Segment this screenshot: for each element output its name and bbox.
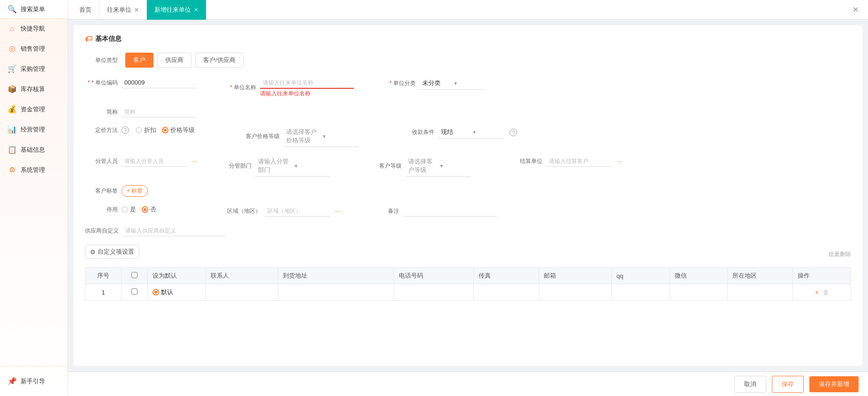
dept-label: 分管部门: [226, 162, 251, 170]
category-select[interactable]: 未分类 ▼: [419, 77, 485, 90]
save-new-button[interactable]: 保存并新增: [809, 376, 859, 392]
radio-yes-label: 是: [130, 205, 136, 214]
supplier-custom-label: 供应商自定义: [85, 227, 119, 235]
th-seq: 序号: [85, 268, 122, 284]
short-name-field: 简称: [85, 106, 216, 117]
tags-label: 客户标签: [85, 187, 118, 195]
radio-price-level-label: 价格等级: [170, 126, 195, 134]
sidebar-item-quick-nav[interactable]: ⌂ 快捷导航: [0, 19, 68, 39]
payment-help-icon[interactable]: ?: [510, 129, 517, 136]
remark-input[interactable]: [403, 205, 497, 217]
radio-yes[interactable]: 是: [122, 205, 136, 214]
tab-bar-close[interactable]: ✕: [847, 5, 864, 14]
name-input[interactable]: [260, 77, 354, 89]
pricing-help-icon[interactable]: ?: [122, 126, 129, 134]
default-label: 默认: [161, 288, 173, 296]
payment-select[interactable]: 现结 ▼: [438, 126, 504, 139]
section-title-basic: 🏷 基本信息: [85, 35, 851, 43]
sidebar-item-basic[interactable]: 📋 基础信息: [0, 140, 68, 160]
settlement-input[interactable]: [546, 155, 612, 167]
sidebar-item-finance[interactable]: 💰 资金管理: [0, 99, 68, 119]
settlement-ellipsis-btn[interactable]: ···: [616, 157, 623, 165]
th-wechat: 微信: [670, 268, 728, 284]
radio-discount-circle: [136, 127, 142, 133]
save-button[interactable]: 保存: [772, 376, 804, 393]
sidebar-item-operations[interactable]: 📊 经营管理: [0, 119, 68, 140]
price-level-field: 客户价格等级 请选择客户价格等级 ▼: [244, 126, 395, 147]
select-all-checkbox[interactable]: [131, 272, 137, 278]
tab-new-partner-close[interactable]: ✕: [194, 7, 198, 13]
radio-discount[interactable]: 折扣: [136, 126, 156, 134]
name-field: * 单位名称 请输入往来单位名称: [226, 77, 376, 98]
row-region-input[interactable]: [732, 289, 788, 296]
td-actions: + 🗑: [793, 284, 851, 301]
short-name-row: 简称: [85, 106, 851, 117]
customer-level-select[interactable]: 请选择客户等级 ▼: [405, 155, 471, 177]
radio-no[interactable]: 否: [142, 205, 156, 214]
customer-level-field: 客户等级 请选择客户等级 ▼: [376, 155, 507, 177]
sidebar-item-sales[interactable]: ◎ 销售管理: [0, 39, 68, 59]
tab-partner[interactable]: 往来单位 ✕: [99, 0, 147, 20]
dept-placeholder: 请输入分管部门: [258, 157, 292, 174]
radio-price-level[interactable]: 价格等级: [162, 126, 195, 134]
inventory-icon: 📦: [8, 85, 17, 93]
custom-settings-label: 自定义项设置: [98, 248, 134, 256]
category-field: * 单位分类 未分类 ▼: [385, 77, 517, 90]
batch-delete-btn[interactable]: 批量删除: [829, 250, 851, 258]
tab-bar: 首页 往来单位 ✕ 新增往来单位 ✕ ✕: [68, 0, 868, 20]
supplier-custom-input[interactable]: [122, 225, 226, 236]
add-tag-btn[interactable]: + 标签: [122, 185, 148, 197]
sidebar-search[interactable]: 🔍 搜索菜单: [0, 0, 68, 19]
dept-select[interactable]: 请输入分管部门 ▼: [255, 155, 330, 177]
footer-bar: 取消 保存 保存并新增: [68, 372, 868, 396]
td-wechat: [670, 284, 728, 301]
email-input[interactable]: [544, 289, 607, 296]
wechat-input[interactable]: [675, 289, 723, 296]
system-icon: ⚙: [8, 165, 17, 174]
row-checkbox[interactable]: [131, 288, 137, 295]
sidebar-item-label: 经营管理: [21, 125, 45, 134]
code-input[interactable]: [122, 77, 197, 88]
tab-new-partner[interactable]: 新增往来单位 ✕: [147, 0, 206, 20]
sidebar-item-label: 销售管理: [21, 45, 45, 53]
dept-field: 分管部门 请输入分管部门 ▼: [226, 155, 366, 177]
address-input[interactable]: [283, 289, 389, 296]
manager-ellipsis-btn[interactable]: ···: [191, 157, 198, 165]
fax-input[interactable]: [479, 289, 534, 296]
sidebar-item-label: 资金管理: [21, 105, 45, 114]
tags-row: 客户标签 + 标签: [85, 185, 851, 197]
cancel-button[interactable]: 取消: [734, 376, 766, 393]
unit-btn-supplier[interactable]: 供应商: [157, 53, 191, 68]
delete-row-btn[interactable]: 🗑: [822, 288, 829, 296]
price-level-select[interactable]: 请选择客户价格等级 ▼: [283, 126, 358, 147]
purchase-icon: 🛒: [8, 64, 17, 73]
payment-value: 现结: [441, 128, 470, 136]
tab-home-label: 首页: [79, 6, 91, 14]
sidebar-item-guide[interactable]: 📌 新手引导: [0, 371, 68, 391]
custom-settings-btn[interactable]: ⚙ 自定义项设置: [85, 245, 139, 259]
unit-btn-both[interactable]: 客户/供应商: [195, 53, 244, 68]
sidebar-item-system[interactable]: ⚙ 系统管理: [0, 160, 68, 180]
td-fax: [474, 284, 539, 301]
sidebar-item-label: 快捷导航: [21, 24, 45, 33]
manager-field: 分管人员 ···: [85, 155, 216, 167]
unit-btn-customer[interactable]: 客户: [125, 53, 153, 68]
td-phone: [394, 284, 474, 301]
tab-home[interactable]: 首页: [72, 0, 99, 20]
qq-input[interactable]: [617, 289, 665, 296]
tags-field: 客户标签 + 标签: [85, 185, 148, 197]
phone-input[interactable]: [399, 289, 469, 296]
th-qq: qq: [611, 268, 670, 284]
short-name-input[interactable]: [122, 106, 197, 117]
code-label: * * 单位编码: [85, 79, 118, 87]
tab-partner-close[interactable]: ✕: [134, 7, 139, 13]
region-input[interactable]: [265, 205, 330, 217]
add-row-btn[interactable]: +: [815, 288, 819, 296]
section-icon: 🏷: [85, 35, 92, 43]
manager-input[interactable]: [122, 155, 187, 167]
th-checkbox: [122, 268, 148, 284]
sidebar-item-inventory[interactable]: 📦 库存核算: [0, 79, 68, 99]
region-ellipsis-btn[interactable]: ···: [334, 207, 342, 215]
sidebar-item-purchase[interactable]: 🛒 采购管理: [0, 59, 68, 79]
contact-input[interactable]: [211, 289, 274, 296]
